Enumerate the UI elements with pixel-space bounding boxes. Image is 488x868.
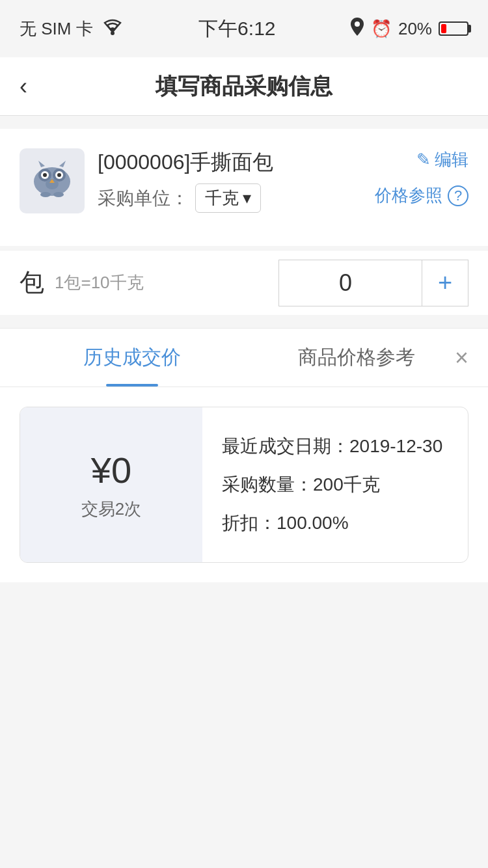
- history-times: 交易2次: [81, 498, 141, 521]
- unit-dropdown[interactable]: 千克 ▾: [195, 183, 261, 213]
- edit-label: 编辑: [435, 148, 468, 171]
- edit-icon: ✎: [416, 150, 431, 170]
- quantity-control: +: [278, 260, 468, 306]
- nav-bar: ‹ 填写商品采购信息: [0, 57, 488, 116]
- tab-history[interactable]: 历史成交价: [20, 329, 244, 387]
- tab-reference-label: 商品价格参考: [298, 344, 415, 371]
- detail-discount: 折扣：100.00%: [222, 510, 448, 536]
- price-reference-button[interactable]: 价格参照 ?: [375, 184, 468, 207]
- quantity-input[interactable]: [278, 260, 422, 306]
- tab-history-label: 历史成交价: [83, 344, 181, 371]
- back-button[interactable]: ‹: [20, 73, 27, 100]
- product-name: [0000006]手撕面包: [98, 148, 273, 177]
- product-header: [0000006]手撕面包 采购单位： 千克 ▾ ✎ 编辑 价格参照 ?: [20, 148, 468, 213]
- status-right: ⏰ 20%: [350, 18, 468, 40]
- detail-quantity-label: 采购数量：200千克: [222, 474, 380, 495]
- history-card: ¥0 交易2次 最近成交日期：2019-12-30 采购数量：200千克 折扣：…: [20, 407, 468, 563]
- product-unit-row: 采购单位： 千克 ▾: [98, 183, 273, 213]
- svg-point-0: [111, 31, 115, 35]
- product-section: [0000006]手撕面包 采购单位： 千克 ▾ ✎ 编辑 价格参照 ?: [0, 129, 488, 246]
- currency-symbol: ¥: [91, 450, 111, 491]
- edit-button[interactable]: ✎ 编辑: [416, 148, 468, 171]
- tab-reference[interactable]: 商品价格参考: [244, 329, 468, 387]
- svg-marker-11: [38, 161, 45, 167]
- detail-discount-label: 折扣：100.00%: [222, 513, 349, 533]
- close-button[interactable]: ×: [455, 344, 468, 372]
- product-image: [20, 148, 85, 213]
- wifi-icon: [101, 18, 124, 40]
- help-icon: ?: [448, 185, 468, 206]
- tab-indicator: [106, 384, 158, 387]
- sim-label: 无 SIM 卡: [20, 18, 93, 40]
- detail-date: 最近成交日期：2019-12-30: [222, 433, 448, 459]
- price-ref-label: 价格参照: [375, 184, 442, 207]
- unit-description: 1包=10千克: [55, 271, 144, 294]
- status-bar: 无 SIM 卡 下午6:12 ⏰ 20%: [0, 0, 488, 57]
- unit-value: 千克: [205, 187, 239, 210]
- svg-point-14: [53, 192, 64, 197]
- svg-marker-12: [59, 161, 66, 167]
- page-title: 填写商品采购信息: [156, 72, 332, 102]
- svg-point-8: [57, 173, 61, 177]
- unit-label: 采购单位：: [98, 186, 189, 211]
- detail-date-label: 最近成交日期：2019-12-30: [222, 436, 442, 456]
- quantity-label: 包 1包=10千克: [20, 266, 144, 299]
- dropdown-arrow-icon: ▾: [243, 188, 251, 208]
- history-detail-column: 最近成交日期：2019-12-30 采购数量：200千克 折扣：100.00%: [202, 407, 468, 562]
- location-icon: [350, 18, 364, 40]
- tabs-section: 历史成交价 商品价格参考 × ¥0 交易2次 最近成交日期：2019-12-30…: [0, 328, 488, 582]
- svg-point-1: [355, 21, 360, 27]
- battery-percent: 20%: [398, 19, 432, 39]
- status-left: 无 SIM 卡: [20, 18, 124, 40]
- product-info: [0000006]手撕面包 采购单位： 千克 ▾: [98, 148, 273, 213]
- owl-logo-icon: [29, 154, 75, 208]
- plus-button[interactable]: +: [422, 260, 468, 306]
- unit-character: 包: [20, 266, 44, 299]
- svg-point-13: [40, 192, 51, 197]
- product-left: [0000006]手撕面包 采购单位： 千克 ▾: [20, 148, 273, 213]
- price-amount: 0: [111, 450, 131, 491]
- status-time: 下午6:12: [198, 16, 275, 42]
- history-content: ¥0 交易2次 最近成交日期：2019-12-30 采购数量：200千克 折扣：…: [0, 387, 488, 582]
- history-price: ¥0: [91, 449, 131, 491]
- history-price-column: ¥0 交易2次: [20, 407, 202, 562]
- detail-quantity: 采购数量：200千克: [222, 472, 448, 497]
- main-content: [0, 582, 488, 868]
- battery-icon: [439, 21, 468, 36]
- alarm-icon: ⏰: [371, 19, 392, 39]
- svg-point-7: [43, 173, 47, 177]
- quantity-section: 包 1包=10千克 +: [0, 250, 488, 315]
- tabs-header: 历史成交价 商品价格参考 ×: [0, 329, 488, 387]
